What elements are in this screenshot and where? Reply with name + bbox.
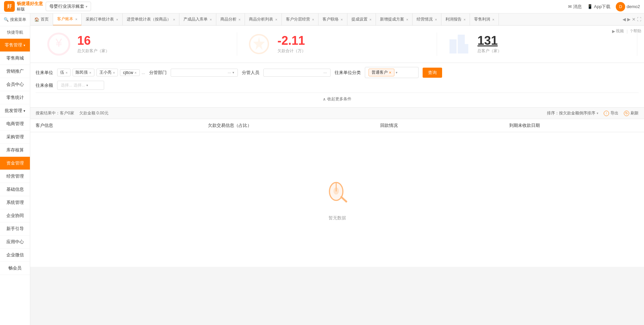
video-btn[interactable]: ▶ 视频 — [612, 28, 624, 34]
top-bar-left: 好 畅捷通好生意 标版 母婴行业演示账套 ▾ — [4, 1, 91, 12]
tab-product-analysis[interactable]: 商品分析 × — [216, 13, 245, 26]
collapse-btn[interactable]: ∧ 收起更多条件 — [319, 95, 355, 103]
sidebar-item-app-center[interactable]: 应用中心 — [0, 236, 30, 249]
close-icon[interactable]: × — [406, 17, 408, 22]
close-icon[interactable]: × — [173, 17, 175, 22]
tab-purchase-order-stats[interactable]: 采购订单统计表 × — [82, 13, 122, 26]
remain-select[interactable]: 选择... 选择... ▾ — [57, 81, 104, 90]
sidebar-item-sys-mgmt[interactable]: 系统管理 — [0, 196, 30, 209]
message-btn[interactable]: ✉ 消息 — [568, 4, 582, 10]
sidebar-search[interactable]: 🔍 搜索菜单 — [0, 13, 30, 26]
close-icon[interactable]: × — [75, 17, 77, 21]
remain-label: 往来余额 — [36, 82, 53, 88]
svg-line-10 — [341, 197, 346, 202]
search-result-text: 搜索结果中：客户0家 欠款金额 0.00元 — [36, 110, 109, 116]
logo-icon: 好 — [4, 1, 15, 12]
sidebar-item-zero-retail-mall[interactable]: 零售商城 — [0, 52, 30, 65]
remove-category-chip[interactable]: × — [389, 70, 391, 75]
sidebar-item-new-guide[interactable]: 新手引导 — [0, 222, 30, 236]
tab-product-analysis-list[interactable]: 商品分析列表 × — [245, 13, 282, 26]
tab-raise-settings[interactable]: 提成设置 × — [347, 13, 376, 26]
close-icon[interactable]: × — [492, 17, 494, 22]
category-chip: 普通客户 × — [369, 69, 394, 76]
tab-ops-situation[interactable]: 经营情况 × — [413, 13, 441, 26]
person-select[interactable]: ··· — [263, 69, 331, 77]
sidebar-item-ops-mgmt[interactable]: 经营管理 — [0, 170, 30, 183]
export-btn[interactable]: ↑ 导出 — [604, 110, 618, 116]
chevron-down-icon: ▾ — [396, 71, 397, 74]
tab-inventory-stats[interactable]: 进货单统计表（按商品） × — [123, 13, 179, 26]
sidebar-item-enterprise-coop[interactable]: 企业协同 — [0, 209, 30, 222]
stat-info-3: 131 总客户（家） — [477, 35, 502, 54]
sidebar-item-ecommerce[interactable]: 电商管理 — [0, 117, 30, 131]
query-button[interactable]: 查询 — [423, 68, 442, 78]
close-icon[interactable]: × — [210, 17, 212, 22]
tab-scroll-right[interactable]: ▶ — [627, 17, 631, 22]
stat-info-2: -2.11 欠款合计（万） — [277, 35, 306, 54]
svg-rect-6 — [463, 44, 469, 53]
chevron-down-icon: ▾ — [86, 5, 87, 8]
remove-tag-2[interactable]: × — [113, 71, 115, 75]
sidebar-item-inventory[interactable]: 库存核算 — [0, 144, 30, 157]
search-result-right: 排序：按欠款金额倒序排序 ▾ ↑ 导出 ↻ 刷新 — [547, 110, 639, 116]
unit-tag-2: 王小亮 × — [96, 69, 118, 76]
sidebar-quick-nav[interactable]: 快捷导航 — [0, 26, 30, 39]
category-select[interactable]: 普通客户 × ▾ — [365, 67, 419, 78]
sidebar-item-purchase-mgmt[interactable]: 采购管理 — [0, 131, 30, 144]
svg-text:¥: ¥ — [55, 36, 62, 49]
search-result-bar: 搜索结果中：客户0家 欠款金额 0.00元 排序：按欠款金额倒序排序 ▾ ↑ 导… — [30, 108, 644, 119]
stats-row: ¥ 16 总欠款客户（家） — [30, 26, 644, 63]
refresh-btn[interactable]: ↻ 刷新 — [624, 110, 639, 116]
category-label: 往来单位分类 — [335, 70, 361, 76]
tab-close-all[interactable]: ✕ — [632, 17, 636, 22]
remove-tag-1[interactable]: × — [89, 71, 91, 75]
stat-icon-3 — [447, 32, 471, 56]
unit-tag-0: 伍 × — [57, 69, 71, 76]
sidebar-item-member-center[interactable]: 会员中心 — [0, 78, 30, 91]
close-icon[interactable]: × — [435, 17, 437, 22]
tab-customer-capital[interactable]: 客户账本 × — [53, 13, 82, 26]
tab-bar: 🏠 首页 客户账本 × 采购订单统计表 × 进货单统计表（按商品） × 产成品入… — [30, 13, 644, 26]
stat-icon-2 — [247, 32, 271, 56]
tab-customer-connect[interactable]: 客户联络 × — [318, 13, 347, 26]
tab-new-raise-plan[interactable]: 新增提成方案 × — [376, 13, 413, 26]
store-selector[interactable]: 母婴行业演示账套 ▾ — [46, 2, 91, 11]
sidebar-item-vip-member[interactable]: 畅会员 — [0, 262, 30, 275]
close-icon[interactable]: × — [116, 17, 118, 22]
tab-retail-profit[interactable]: 零售利润 × — [470, 13, 499, 26]
sidebar-item-zero-retail-mgmt[interactable]: 零售管理 ▾ — [0, 39, 30, 52]
remove-tag-3[interactable]: × — [134, 71, 136, 75]
close-icon[interactable]: × — [239, 17, 241, 22]
tab-profit-report[interactable]: 利润报告 × — [441, 13, 470, 26]
top-bar-right: ✉ 消息 📱 App下载 D demo2 — [568, 2, 640, 11]
close-icon[interactable]: × — [275, 17, 277, 22]
app-download-btn[interactable]: 📱 App下载 — [587, 4, 610, 10]
sidebar-item-retail-stats[interactable]: 零售统计 — [0, 91, 30, 104]
refresh-icon: ↻ — [624, 111, 629, 116]
filter-area: 往来单位 伍 × 陈民强 × 王小亮 × — [30, 63, 644, 108]
more-tags-btn[interactable]: ... — [142, 70, 145, 75]
tab-home[interactable]: 🏠 首页 — [30, 13, 53, 26]
stat-label-3: 总客户（家） — [477, 48, 502, 54]
tab-production-inbound[interactable]: 产成品入库单 × — [179, 13, 216, 26]
close-icon[interactable]: × — [341, 17, 343, 22]
remove-tag-0[interactable]: × — [66, 71, 68, 75]
user-area[interactable]: D demo2 — [616, 2, 640, 11]
dept-more-icon: ··· — [228, 70, 231, 75]
sidebar-item-basic-info[interactable]: 基础信息 — [0, 183, 30, 196]
sidebar-item-capital-mgmt[interactable]: 资金管理 — [0, 157, 30, 170]
col-payment: 回款情况 — [380, 122, 510, 129]
tab-scroll-left[interactable]: ◀ — [622, 17, 626, 22]
sort-select[interactable]: 排序：按欠款金额倒序排序 ▾ — [547, 110, 598, 116]
tab-fullscreen[interactable]: ⛶ — [637, 17, 641, 22]
close-icon[interactable]: × — [370, 17, 372, 22]
dept-select[interactable]: ··· ▾ — [171, 69, 238, 77]
sidebar-item-enterprise-wechat[interactable]: 企业微信 — [0, 249, 30, 262]
sidebar-item-wholesale-mgmt[interactable]: 批发管理 ▾ — [0, 104, 30, 117]
tab-customer-tier[interactable]: 客户分层经营 × — [282, 13, 318, 26]
close-icon[interactable]: × — [312, 17, 314, 22]
close-icon[interactable]: × — [464, 17, 466, 22]
sidebar-item-marketing[interactable]: 营销推广 — [0, 65, 30, 78]
logo-text: 畅捷通好生意 标版 — [17, 1, 43, 12]
help-btn[interactable]: ? 帮助 — [630, 28, 641, 34]
